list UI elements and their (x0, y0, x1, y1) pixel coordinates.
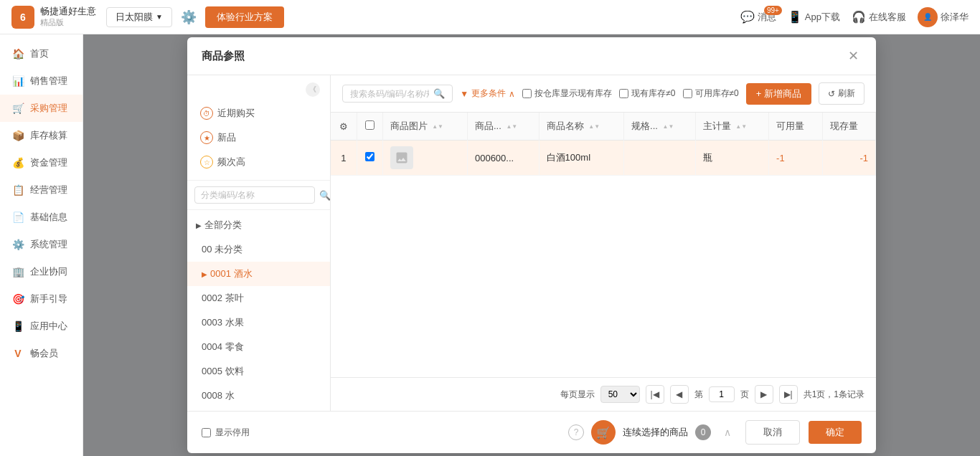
row-stock: -1 (822, 141, 876, 176)
table-header-row: ⚙ 商品图片 ▲▼ (331, 113, 876, 141)
modal-close-button[interactable]: ✕ (844, 47, 862, 65)
cart-text-label: 连续选择的商品 (623, 426, 688, 439)
quick-item-recent[interactable]: ⏱ 近期购买 (194, 103, 323, 124)
sidebar-item-inventory[interactable]: 📦 库存核算 (0, 122, 83, 149)
headset-icon: 🎧 (852, 10, 866, 24)
sidebar-item-apps[interactable]: 📱 应用中心 (0, 313, 83, 340)
sort-name-icon[interactable]: ▲▼ (588, 123, 600, 130)
category-item-snack[interactable]: 0004 零食 (187, 335, 330, 359)
settings-nav[interactable]: ⚙️ (181, 9, 197, 25)
checkbox-usable-label[interactable]: 可用库存≠0 (683, 87, 739, 100)
category-item-all[interactable]: ▶ 全部分类 (187, 213, 330, 237)
sidebar-item-system[interactable]: ⚙️ 系统管理 (0, 231, 83, 258)
prev-page-button[interactable]: ◀ (670, 385, 689, 404)
sales-icon: 📊 (11, 75, 24, 87)
sidebar-item-guide[interactable]: 🎯 新手引导 (0, 285, 83, 313)
modal-body: 《 ⏱ 近期购买 ★ 新品 ☆ (187, 75, 876, 411)
help-icon[interactable]: ? (568, 424, 584, 440)
product-thumbnail (390, 146, 413, 169)
sidebar-item-enterprise[interactable]: 🏢 企业协同 (0, 258, 83, 285)
cart-count-badge: 0 (695, 424, 711, 440)
row-name: 白酒100ml (539, 141, 623, 176)
quick-item-new[interactable]: ★ 新品 (194, 127, 323, 148)
top-nav: 6 畅捷通好生意 精品版 日太阳膜 ▼ ⚙️ 体验行业方案 💬 消息 99+ 📱… (0, 0, 980, 34)
home-icon: 🏠 (11, 47, 24, 60)
filter-icon: ▼ (460, 89, 468, 99)
checkbox-available[interactable] (619, 89, 628, 98)
category-item-tea[interactable]: 0002 茶叶 (187, 286, 330, 310)
sidebar-item-home[interactable]: 🏠 首页 (0, 40, 83, 67)
category-search-input[interactable] (194, 186, 315, 204)
sort-code-icon[interactable]: ▲▼ (506, 123, 517, 130)
row-checkbox[interactable] (365, 152, 374, 161)
checkbox-stock-label[interactable]: 按仓库显示现有库存 (522, 87, 612, 100)
first-page-button[interactable]: |◀ (646, 385, 664, 404)
refresh-button[interactable]: ↺ 刷新 (819, 82, 864, 105)
page-size-select[interactable]: 50 10 20 100 (600, 386, 640, 403)
app-download-nav[interactable]: 📱 App下载 (788, 10, 840, 24)
row-check (357, 141, 382, 176)
finance-icon: 💰 (11, 156, 24, 169)
sidebar-item-finance[interactable]: 💰 资金管理 (0, 149, 83, 176)
modal-header: 商品参照 ✕ (187, 37, 876, 75)
sidebar-item-sales[interactable]: 📊 销售管理 (0, 67, 83, 95)
sort-spec-icon[interactable]: ▲▼ (663, 123, 674, 130)
add-product-button[interactable]: + 新增商品 (746, 83, 811, 105)
user-nav[interactable]: 👤 徐泽华 (918, 7, 969, 27)
show-disabled-label[interactable]: 显示停用 (202, 427, 250, 439)
checkbox-available-label[interactable]: 现有库存≠0 (619, 87, 675, 100)
next-page-button[interactable]: ▶ (755, 385, 773, 404)
last-page-button[interactable]: ▶| (779, 385, 798, 404)
chevron-down-icon: ▼ (156, 13, 163, 21)
product-search-input[interactable] (350, 89, 429, 99)
checkbox-stock[interactable] (522, 89, 532, 98)
col-unit: 主计量 ▲▼ (695, 113, 768, 141)
cart-section: ? 🛒 连续选择的商品 0 ∧ (568, 420, 737, 445)
sidebar-item-basic[interactable]: 📄 基础信息 (0, 204, 83, 231)
more-filter-button[interactable]: ▼ 更多条件 ∧ (460, 87, 515, 100)
logo-text: 畅捷通好生意 (40, 6, 96, 17)
category-search-icon[interactable]: 🔍 (319, 190, 331, 201)
modal-title: 商品参照 (202, 49, 245, 63)
messages-nav[interactable]: 💬 消息 99+ (740, 10, 776, 24)
quick-access-section: 《 ⏱ 近期购买 ★ 新品 ☆ (187, 75, 330, 181)
select-all-checkbox[interactable] (365, 120, 374, 130)
operation-icon: 📋 (11, 184, 24, 196)
category-item-drink[interactable]: 0005 饮料 (187, 359, 330, 384)
collapse-button[interactable]: 《 (306, 82, 320, 97)
sort-image-icon[interactable]: ▲▼ (432, 123, 443, 130)
fold-button[interactable]: ∧ (718, 423, 737, 442)
phone-icon: 📱 (788, 10, 802, 24)
row-no: 1 (331, 141, 357, 176)
cart-icon[interactable]: 🛒 (591, 420, 616, 445)
logo-icon: 6 (11, 6, 34, 29)
product-search-icon[interactable]: 🔍 (433, 88, 445, 99)
sidebar-item-operation[interactable]: 📋 经营管理 (0, 176, 83, 204)
table-row[interactable]: 1 (331, 141, 876, 176)
confirm-button[interactable]: 确定 (809, 421, 862, 444)
quick-item-frequent[interactable]: ☆ 频次高 (194, 151, 323, 173)
show-disabled-checkbox[interactable] (202, 428, 211, 437)
col-stock: 现存量 (822, 113, 876, 141)
page-number-input[interactable] (709, 386, 735, 402)
experience-button[interactable]: 体验行业方案 (205, 6, 284, 28)
sidebar-item-member[interactable]: V 畅会员 (0, 340, 83, 367)
checkbox-usable[interactable] (683, 89, 692, 98)
category-item-unclassified[interactable]: 00 未分类 (187, 237, 330, 262)
avatar: 👤 (918, 7, 938, 27)
nav-selector[interactable]: 日太阳膜 ▼ (106, 7, 172, 27)
sidebar-item-purchase[interactable]: 🛒 采购管理 (0, 95, 83, 122)
product-table-body: 1 (331, 141, 876, 176)
category-item-water[interactable]: 0008 水 (187, 384, 330, 408)
table-toolbar: 🔍 ▼ 更多条件 ∧ 按仓库显示现有库存 (331, 75, 876, 113)
cancel-button[interactable]: 取消 (745, 420, 800, 445)
category-item-fruit[interactable]: 0003 水果 (187, 310, 330, 335)
online-service-nav[interactable]: 🎧 在线客服 (852, 10, 906, 24)
recent-icon: ⏱ (200, 107, 213, 120)
filter-up-icon: ∧ (509, 89, 515, 99)
gear-icon[interactable]: ⚙ (339, 121, 348, 132)
sort-unit-icon[interactable]: ▲▼ (735, 123, 747, 130)
row-available: -1 (769, 141, 822, 176)
col-spec: 规格... ▲▼ (624, 113, 696, 141)
category-item-liquor[interactable]: ▶ 0001 酒水 (187, 262, 330, 286)
